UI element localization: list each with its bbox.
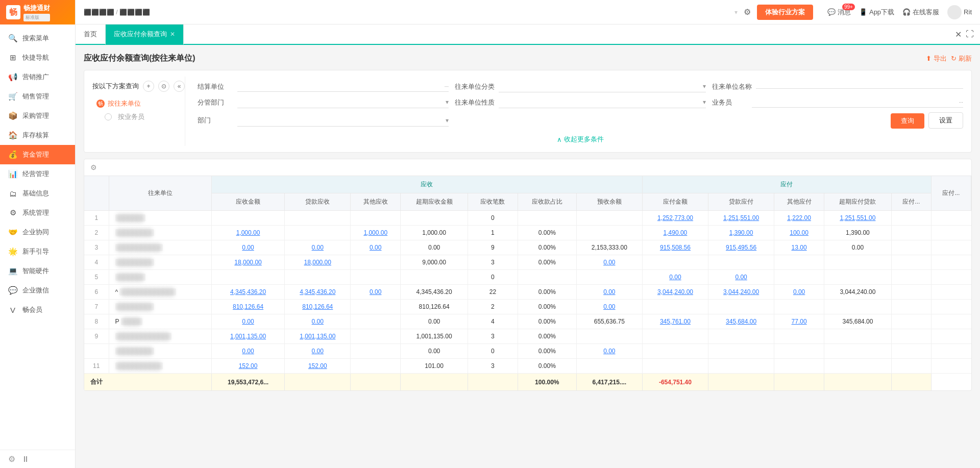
- department-arrow-icon: ▾: [446, 117, 449, 124]
- cell-ap-overdue: [824, 300, 891, 314]
- col-group-receivable: 应收: [211, 176, 642, 193]
- sidebar-item-inventory[interactable]: 🏠 库存核算: [0, 126, 75, 145]
- breadcrumb-chevron-icon[interactable]: ▾: [734, 9, 738, 16]
- cell-ap-other: [774, 270, 824, 285]
- sidebar-item-vip[interactable]: V 畅会员: [0, 300, 75, 319]
- avatar: [947, 5, 962, 19]
- sidebar-item-shortcut[interactable]: ⊞ 快捷导航: [0, 48, 75, 67]
- col-ar-count: 应收笔数: [468, 193, 518, 211]
- table-toolbar: ⚙: [84, 159, 971, 176]
- sidebar-nav: 🔍 搜索菜单 ⊞ 快捷导航 📢 营销推广 🛒 销售管理 📦 采购管理 🏠 库存核…: [0, 24, 75, 450]
- app-download-button[interactable]: 📱 App下载: [859, 8, 894, 17]
- cell-advance-balance: [576, 329, 642, 344]
- message-button[interactable]: 💬 消息 99+: [827, 8, 851, 17]
- sidebar-item-operations[interactable]: 📊 经营管理: [0, 164, 75, 184]
- solution-button[interactable]: 体验行业方案: [757, 5, 813, 20]
- cell-no: 1: [84, 211, 109, 226]
- cell-ap-amount: 3,044,240.00: [642, 285, 708, 300]
- table-settings-icon[interactable]: ⚙: [90, 163, 97, 171]
- tab-arbalance[interactable]: 应收应付余额查询 ✕: [106, 24, 184, 44]
- sidebar-footer: ⚙ ⏸: [0, 450, 75, 468]
- cell-ap-balance: [891, 344, 931, 359]
- table-row: 6 ^ ████████████ 4,345,436.20 4,345,436.…: [84, 285, 971, 300]
- sidebar-item-cooperation[interactable]: 🤝 企业协同: [0, 223, 75, 242]
- online-service-button[interactable]: 🎧 在线客服: [902, 8, 939, 17]
- table-row: 9 ████████████ 1,001,135.00 1,001,135.00…: [84, 329, 971, 344]
- app-download-label: App下载: [869, 8, 894, 17]
- cell-advance-balance: [576, 359, 642, 374]
- table-row: 8 P ████ 0.00 0.00 0.00 4 0.00% 655,636.…: [84, 314, 971, 329]
- table-row: 2 ████████ 1,000.00 1,000.00 1,000.00 1 …: [84, 226, 971, 240]
- cell-ar-ratio: 0.00%: [518, 255, 576, 270]
- cell-ar-overdue: 0.00: [401, 344, 468, 359]
- user-menu-button[interactable]: Rit: [947, 5, 972, 19]
- settings-gear-icon[interactable]: ⚙: [744, 7, 751, 17]
- cell-ar-ratio: 0.00%: [518, 285, 576, 300]
- sidebar-item-base[interactable]: 🗂 基础信息: [0, 184, 75, 203]
- cell-ar-ratio: 0.00%: [518, 359, 576, 374]
- col-ap-balance: 应付...: [891, 193, 931, 211]
- cell-ap-amount: 915,508.56: [642, 240, 708, 255]
- cell-ap-overdue: 1,390.00: [824, 226, 891, 240]
- export-button[interactable]: ⬆ 导出: [926, 54, 947, 63]
- cell-ap-overdue: 345,684.00: [824, 314, 891, 329]
- filter-by-salesman[interactable]: 按业务员: [92, 110, 185, 124]
- cell-ar-overdue: 1,001,135.00: [401, 329, 468, 344]
- cell-no: 8: [84, 314, 109, 329]
- query-button[interactable]: 查询: [891, 113, 924, 129]
- dept-input[interactable]: ▾: [237, 96, 449, 108]
- cell-advance-balance: [576, 270, 642, 285]
- footer-row: 合计 19,553,472,6... 100.00% 6,417,215....…: [84, 374, 971, 391]
- filter-partner-label: 按往来单位: [108, 99, 141, 108]
- sidebar-item-sales[interactable]: 🛒 销售管理: [0, 87, 75, 106]
- export-label: 导出: [934, 54, 947, 63]
- sidebar-item-purchase[interactable]: 📦 采购管理: [0, 106, 75, 126]
- cell-ar-amount: [211, 270, 284, 285]
- cell-ap-balance: [891, 329, 931, 344]
- search-label: 按以下方案查询: [92, 82, 139, 91]
- cell-no: 6: [84, 285, 109, 300]
- tab-home[interactable]: 首页: [76, 24, 106, 44]
- sidebar-item-system[interactable]: ⚙ 系统管理: [0, 203, 75, 223]
- table-scroll[interactable]: 往来单位 应收 应付 应付... 应收金额 贷款应收 其他应收 超期应收金额 应…: [84, 176, 971, 390]
- cell-partner: ██████████: [109, 359, 211, 374]
- sidebar-item-hardware[interactable]: 💻 智能硬件: [0, 261, 75, 281]
- cell-ap-loan: [708, 329, 774, 344]
- partner-name-input[interactable]: [756, 84, 963, 89]
- refresh-button[interactable]: ↻ 刷新: [951, 54, 972, 63]
- sidebar-item-finance[interactable]: 💰 资金管理: [0, 145, 75, 164]
- collapse-more-button[interactable]: ∧ 收起更多条件: [198, 133, 963, 146]
- message-icon: 💬: [827, 8, 836, 16]
- collapse-filter-button[interactable]: «: [174, 81, 185, 92]
- settlement-unit-input[interactable]: ···: [237, 82, 449, 92]
- cell-ar-loan: [285, 211, 351, 226]
- field-partner-nature: 往来单位性质 ▾: [455, 96, 706, 108]
- sidebar-item-wechat[interactable]: 💬 企业微信: [0, 281, 75, 300]
- settings-icon[interactable]: ⚙: [8, 454, 15, 464]
- department-input[interactable]: ▾: [237, 115, 449, 127]
- sidebar-item-guide[interactable]: 🌟 新手引导: [0, 242, 75, 261]
- sidebar-item-marketing[interactable]: 📢 营销推广: [0, 67, 75, 87]
- tab-close-window-button[interactable]: ✕: [955, 30, 962, 39]
- tab-bar: 首页 应收应付余额查询 ✕ ✕ ⛶: [76, 24, 980, 45]
- filter-sidebar: 按以下方案查询 + ⊙ « 畅 按往来单位 按业务员: [92, 77, 185, 146]
- cell-ar-other: [351, 344, 401, 359]
- field-partner-name: 往来单位名称: [712, 81, 963, 92]
- settings-filter-button[interactable]: ⊙: [158, 81, 169, 92]
- cell-ap-loan: 0.00: [708, 270, 774, 285]
- cell-no: 2: [84, 226, 109, 240]
- setting-button[interactable]: 设置: [928, 112, 963, 129]
- cell-ar-loan: 18,000.00: [285, 255, 351, 270]
- tab-close-icon[interactable]: ✕: [170, 31, 175, 38]
- salesman-input[interactable]: ···: [752, 97, 963, 108]
- finance-icon: 💰: [8, 150, 17, 159]
- add-filter-button[interactable]: +: [143, 81, 154, 92]
- field-salesman: 业务员 ···: [712, 96, 963, 108]
- partner-nature-input[interactable]: ▾: [499, 96, 706, 108]
- sidebar-item-label: 采购管理: [22, 111, 49, 120]
- filter-by-partner[interactable]: 畅 按往来单位: [92, 97, 185, 110]
- tab-expand-button[interactable]: ⛶: [966, 30, 974, 39]
- sidebar-item-search[interactable]: 🔍 搜索菜单: [0, 29, 75, 48]
- partner-category-input[interactable]: ▾: [499, 81, 706, 92]
- collapse-icon[interactable]: ⏸: [21, 455, 30, 464]
